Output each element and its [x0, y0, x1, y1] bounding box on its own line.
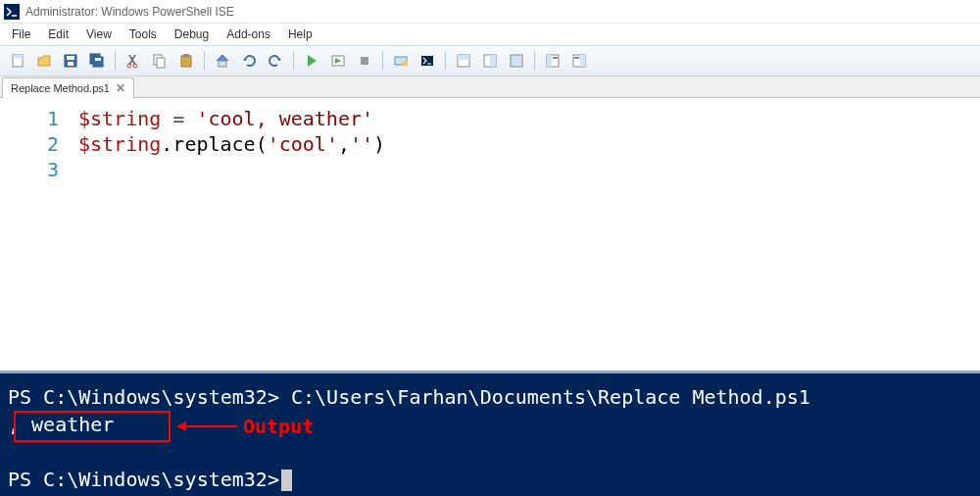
menu-tools[interactable]: Tools [122, 25, 165, 43]
run-selection-button[interactable] [326, 49, 350, 73]
svg-rect-30 [574, 57, 579, 59]
new-file-button[interactable] [6, 49, 29, 73]
paste-button[interactable] [174, 49, 198, 73]
svg-rect-24 [511, 55, 522, 67]
open-file-button[interactable] [32, 49, 56, 73]
show-script-pane-max-button[interactable] [505, 49, 528, 73]
toolbar [0, 45, 980, 76]
powershell-ise-icon [4, 4, 20, 20]
new-remote-tab-button[interactable] [389, 49, 413, 73]
title-bar: Administrator: Windows PowerShell ISE [0, 0, 980, 24]
console-blank-line [8, 438, 972, 466]
show-script-pane-top-button[interactable] [452, 49, 475, 73]
console-line-1: PS C:\Windows\system32> C:\Users\Farhan\… [8, 383, 972, 411]
code-line-1: $string = 'cool, weather' [78, 106, 980, 131]
cut-button[interactable] [122, 49, 145, 73]
menu-bar: File Edit View Tools Debug Add-ons Help [0, 24, 980, 45]
svg-rect-4 [68, 62, 74, 66]
tab-label: Replace Method.ps1 [11, 82, 110, 94]
console-pane[interactable]: PS C:\Windows\system32> C:\Users\Farhan\… [0, 371, 980, 496]
undo-button[interactable] [237, 49, 261, 73]
show-command-addon-button[interactable] [567, 49, 591, 73]
menu-file[interactable]: File [4, 25, 38, 43]
svg-rect-27 [553, 57, 558, 59]
powershell-tab-button[interactable] [416, 49, 439, 73]
svg-rect-11 [157, 58, 165, 68]
clear-button[interactable] [211, 49, 234, 73]
show-command-button[interactable] [541, 49, 564, 73]
svg-rect-3 [67, 56, 74, 60]
line-number: 2 [0, 131, 59, 157]
svg-rect-23 [490, 55, 496, 67]
svg-rect-26 [547, 55, 552, 67]
line-number-gutter: 1 2 3 [0, 106, 78, 371]
copy-button[interactable] [148, 49, 172, 73]
editor-tab-bar: Replace Method.ps1 ✕ [0, 76, 980, 98]
menu-debug[interactable]: Debug [167, 25, 217, 43]
code-line-3: $string.replace('cool','') [78, 131, 980, 157]
menu-view[interactable]: View [78, 25, 120, 43]
script-editor[interactable]: 1 2 3 $string = 'cool, weather' $string.… [0, 98, 980, 371]
line-number: 1 [0, 106, 59, 131]
console-cursor [281, 470, 292, 491]
show-script-pane-right-button[interactable] [478, 49, 502, 73]
console-output-line: , weather [8, 411, 972, 438]
stop-button[interactable] [353, 49, 376, 73]
menu-help[interactable]: Help [280, 25, 320, 43]
code-area[interactable]: $string = 'cool, weather' $string.replac… [78, 106, 980, 371]
svg-rect-13 [183, 54, 189, 57]
svg-rect-1 [13, 55, 23, 58]
svg-rect-21 [458, 55, 469, 60]
menu-addons[interactable]: Add-ons [219, 25, 278, 43]
svg-point-18 [402, 61, 408, 67]
svg-rect-16 [361, 57, 368, 65]
menu-edit[interactable]: Edit [40, 25, 76, 43]
svg-rect-14 [219, 61, 226, 67]
editor-tab[interactable]: Replace Method.ps1 ✕ [2, 77, 134, 98]
svg-rect-12 [181, 56, 191, 67]
tab-close-button[interactable]: ✕ [116, 82, 125, 94]
redo-button[interactable] [264, 49, 287, 73]
window-title: Administrator: Windows PowerShell ISE [25, 5, 234, 19]
run-script-button[interactable] [300, 49, 323, 73]
svg-rect-29 [580, 55, 585, 67]
svg-rect-7 [95, 58, 101, 61]
console-prompt-line: PS C:\Windows\system32> [8, 466, 972, 493]
save-button[interactable] [59, 49, 82, 73]
save-all-button[interactable] [85, 49, 109, 73]
line-number: 3 [0, 157, 59, 182]
